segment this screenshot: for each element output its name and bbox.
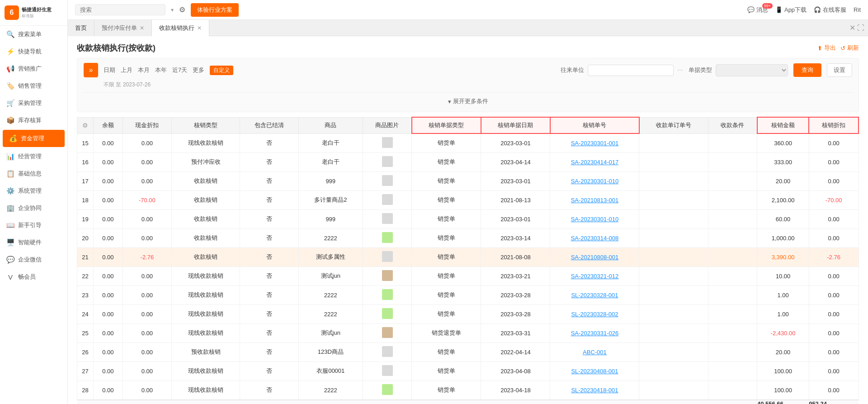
- app-download-button[interactable]: 📱 App下载: [775, 6, 807, 14]
- cell-writeoff-doc-type: 销货单: [412, 228, 481, 247]
- cell-num: 20: [77, 228, 94, 247]
- cell-writeoff-doc-no[interactable]: SL-20230328-001: [550, 285, 639, 304]
- search-input[interactable]: [75, 4, 165, 15]
- sidebar-item-guide[interactable]: 📖 新手引导: [0, 217, 67, 234]
- close-window-icon[interactable]: ✕: [849, 24, 855, 32]
- sidebar-item-finance[interactable]: 💰 资金管理: [3, 130, 65, 147]
- tab-prepay-close[interactable]: ✕: [140, 25, 144, 31]
- cell-writeoff-type: 现线收款核销: [171, 133, 240, 152]
- cell-payment-terms: [708, 152, 757, 171]
- tab-collection-close[interactable]: ✕: [197, 25, 202, 31]
- column-settings-icon[interactable]: ⚙: [82, 122, 88, 129]
- cell-writeoff-doc-no[interactable]: SA-20230331-026: [550, 323, 639, 342]
- cell-goods-img: [363, 342, 412, 361]
- cell-goods-img: [363, 247, 412, 266]
- tabs-actions: ✕ ⛶: [846, 24, 868, 32]
- cell-writeoff-amount: 333.00: [757, 152, 809, 171]
- cell-writeoff-amount: 1.00: [757, 285, 809, 304]
- cell-writeoff-doc-no[interactable]: SA-20230314-008: [550, 228, 639, 247]
- filter-date-custom-button[interactable]: 自定义: [210, 66, 233, 75]
- sidebar-item-quick[interactable]: ⚡ 快捷导航: [0, 43, 67, 60]
- cell-writeoff-discount: 0.00: [809, 304, 859, 323]
- filter-date-last-month[interactable]: 上月: [121, 66, 132, 74]
- cell-writeoff-doc-no[interactable]: SA-20230414-017: [550, 152, 639, 171]
- sidebar-item-corp[interactable]: 🏢 企业协同: [0, 200, 67, 217]
- filter-toggle-button[interactable]: »: [84, 63, 98, 77]
- cell-writeoff-doc-no[interactable]: SL-20230328-002: [550, 304, 639, 323]
- cell-writeoff-doc-no[interactable]: SA-20230301-010: [550, 171, 639, 190]
- unit-input[interactable]: [588, 65, 674, 76]
- filter-date-this-month[interactable]: 本月: [138, 66, 150, 74]
- cell-num: 25: [77, 323, 94, 342]
- cell-writeoff-doc-no[interactable]: SL-20230408-001: [550, 361, 639, 380]
- cell-writeoff-discount: 0.00: [809, 266, 859, 285]
- refresh-button[interactable]: ↺ 刷新: [840, 44, 859, 52]
- filter-setting-button[interactable]: 设置: [827, 63, 852, 77]
- cell-cash-discount: 0.00: [123, 342, 171, 361]
- sidebar-item-search[interactable]: 🔍 搜索菜单: [0, 26, 67, 43]
- sidebar-item-marketing[interactable]: 📢 营销推广: [0, 60, 67, 77]
- cell-goods-img: [363, 133, 412, 152]
- online-service-button[interactable]: 🎧 在线客服: [814, 6, 846, 14]
- cell-goods: 999: [298, 171, 363, 190]
- sidebar-item-purchase[interactable]: 🛒 采购管理: [0, 95, 67, 112]
- cell-balance: 0.00: [94, 380, 123, 400]
- sidebar-item-operation[interactable]: 📊 经营管理: [0, 148, 67, 165]
- user-account[interactable]: Rit: [854, 6, 861, 13]
- sidebar-item-sales[interactable]: 🏷️ 销售管理: [0, 77, 67, 95]
- sidebar-item-hardware[interactable]: 🖥️ 智能硬件: [0, 234, 67, 251]
- cell-writeoff-type: 现线收款核销: [171, 361, 240, 380]
- cell-writeoff-doc-date: 2023-03-31: [481, 323, 550, 342]
- cell-writeoff-doc-no[interactable]: SA-20210808-001: [550, 247, 639, 266]
- filter-date-more[interactable]: 更多: [193, 66, 204, 74]
- cell-writeoff-type: 收款核销: [171, 171, 240, 190]
- query-button[interactable]: 查询: [793, 63, 821, 77]
- sidebar-item-inventory[interactable]: 📦 库存核算: [0, 112, 67, 129]
- cell-goods: 999: [298, 209, 363, 228]
- cell-writeoff-doc-no[interactable]: SA-20210813-001: [550, 190, 639, 209]
- gear-icon[interactable]: ⚙: [179, 5, 185, 14]
- cell-writeoff-doc-no[interactable]: SA-20230321-012: [550, 266, 639, 285]
- cell-include-settled: 否: [240, 285, 299, 304]
- solution-button[interactable]: 体验行业方案: [191, 3, 239, 17]
- cell-writeoff-amount: 360.00: [757, 133, 809, 152]
- sidebar-label-inventory: 库存核算: [18, 116, 42, 124]
- cell-num: 24: [77, 304, 94, 323]
- cell-num: 17: [77, 171, 94, 190]
- cell-payment-terms: [708, 323, 757, 342]
- cell-collection-order-no: [639, 152, 708, 171]
- message-button[interactable]: 💬 消息 99+: [747, 6, 768, 14]
- export-button[interactable]: ⬆ 导出: [817, 44, 836, 52]
- cell-writeoff-doc-no[interactable]: SA-20230301-001: [550, 133, 639, 152]
- col-settings[interactable]: ⚙: [77, 117, 94, 133]
- filter-date-7days[interactable]: 近7天: [172, 66, 187, 74]
- sidebar-item-member[interactable]: V 畅会员: [0, 268, 67, 285]
- table-row: 24 0.00 0.00 现线收款核销 否 2222 销货单 2023-03-2…: [77, 304, 859, 323]
- cell-writeoff-doc-no[interactable]: SA-20230301-010: [550, 209, 639, 228]
- cell-writeoff-doc-type: 销货单: [412, 304, 481, 323]
- sidebar-item-system[interactable]: ⚙️ 系统管理: [0, 182, 67, 200]
- col-include-settled: 包含已结清: [240, 117, 299, 133]
- cell-collection-order-no: [639, 380, 708, 400]
- cell-writeoff-type: 收款核销: [171, 209, 240, 228]
- cell-payment-terms: [708, 209, 757, 228]
- filter-date-this-year[interactable]: 本年: [155, 66, 167, 74]
- expand-window-icon[interactable]: ⛶: [857, 24, 864, 32]
- cell-writeoff-doc-type: 销货单: [412, 285, 481, 304]
- unit-dots-icon[interactable]: ···: [677, 66, 683, 74]
- page-header: 收款核销执行(按收款) ⬆ 导出 ↺ 刷新: [68, 36, 868, 58]
- cell-goods: 测试多属性: [298, 247, 363, 266]
- cell-writeoff-doc-no[interactable]: ABC-001: [550, 342, 639, 361]
- sidebar-item-wechat[interactable]: 💬 企业微信: [0, 251, 67, 268]
- cell-writeoff-amount: 20.00: [757, 342, 809, 361]
- cell-goods: 测试jun: [298, 323, 363, 342]
- page-actions: ⬆ 导出 ↺ 刷新: [817, 44, 859, 52]
- cell-goods: 2222: [298, 304, 363, 323]
- cell-writeoff-doc-no[interactable]: SL-20230418-001: [550, 380, 639, 400]
- tab-home[interactable]: 首页: [68, 20, 94, 36]
- tab-collection[interactable]: 收款核销执行 ✕: [152, 20, 209, 36]
- doc-type-select[interactable]: [716, 64, 788, 76]
- tab-prepay[interactable]: 预付冲应付单 ✕: [94, 20, 152, 36]
- expand-filter-button[interactable]: ▾ 展开更多条件: [446, 95, 490, 107]
- sidebar-item-basic[interactable]: 📋 基础信息: [0, 165, 67, 182]
